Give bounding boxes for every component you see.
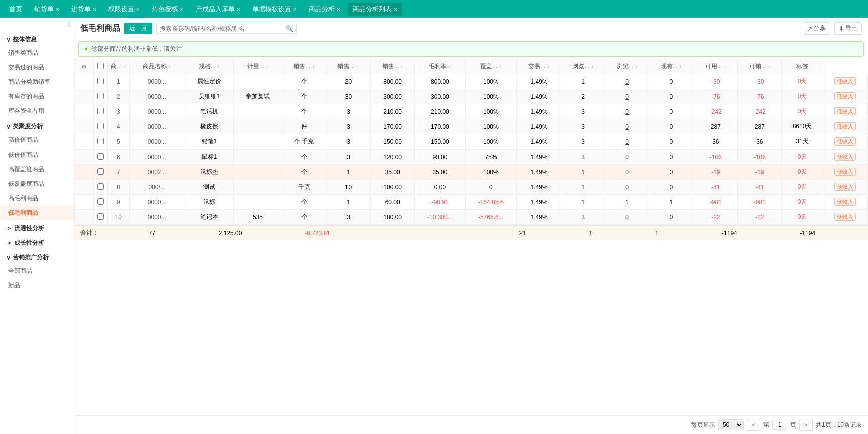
- row-checkbox-7[interactable]: [97, 183, 104, 190]
- col-spec[interactable]: 规格... ↕: [185, 59, 233, 74]
- col-sales-profit[interactable]: 销售... ↕: [371, 59, 415, 74]
- nav-close-role[interactable]: ✕: [180, 7, 184, 12]
- search-input[interactable]: [160, 25, 284, 32]
- sidebar-group-overall[interactable]: ∨ 整体信息: [0, 31, 74, 46]
- table-row[interactable]: 9 0000... 鼠标 个 1 60.00 -98.91 -164.85% 1…: [75, 195, 868, 210]
- table-row[interactable]: 8 000/... 测试 千克 10 100.00 0.00 0 1.49% 1…: [75, 180, 868, 195]
- sidebar-item-low-value[interactable]: 低价值商品: [0, 148, 74, 162]
- col-name[interactable]: 商品名称 ↕: [129, 59, 185, 74]
- nav-close-analysis[interactable]: ✕: [336, 7, 340, 12]
- sidebar-group-marketing[interactable]: ∨ 营销推广分析: [0, 249, 74, 264]
- nav-product-analysis[interactable]: 商品分析✕: [304, 3, 345, 16]
- row-checkbox-4[interactable]: [97, 138, 104, 144]
- row-checkbox-0[interactable]: [97, 78, 104, 84]
- nav-analysis-list[interactable]: 商品分析列表✕: [348, 3, 402, 16]
- nav-close-analysis-list[interactable]: ✕: [393, 7, 397, 12]
- nav-template-settings[interactable]: 单据模板设置✕: [247, 3, 302, 16]
- row-checkbox-6[interactable]: [97, 168, 104, 175]
- col-sales-price[interactable]: 销售... ↕: [326, 59, 371, 74]
- export-button[interactable]: ⬇ 导出: [834, 22, 862, 35]
- select-all-checkbox[interactable]: [97, 63, 104, 69]
- cell-view1[interactable]: 0: [605, 104, 649, 119]
- sidebar-item-traded-products[interactable]: 交易过的商品: [0, 60, 74, 75]
- col-unit[interactable]: 计量... ↕: [233, 59, 282, 74]
- table-row[interactable]: 3 0000... 电话机 个 3 210.00 210.00 100% 1.4…: [75, 104, 868, 119]
- cell-coverage: 1.49%: [517, 180, 561, 195]
- sidebar-collapse-btn[interactable]: 《: [64, 20, 71, 29]
- nav-close-template[interactable]: ✕: [293, 7, 297, 12]
- nav-permissions[interactable]: 权限设置✕: [103, 3, 145, 16]
- cell-view1[interactable]: 0: [605, 180, 649, 195]
- cell-view1[interactable]: 0: [605, 210, 649, 225]
- col-view1[interactable]: 浏览... ↕: [561, 59, 605, 74]
- search-icon[interactable]: 🔍: [286, 25, 293, 32]
- col-code[interactable]: 商... ↕: [108, 59, 129, 74]
- cell-num: 8: [108, 180, 129, 195]
- table-row[interactable]: 1 0000... 属性定价 个 20 800.00 800.00 100% 1…: [75, 74, 868, 89]
- nav-close-inbound[interactable]: ✕: [236, 7, 240, 12]
- col-sales-qty[interactable]: 销售... ↕: [282, 59, 326, 74]
- col-stock-available[interactable]: 可用... ↕: [693, 59, 738, 74]
- cell-view1[interactable]: 1: [605, 195, 649, 210]
- sidebar-item-in-stock[interactable]: 有库存的商品: [0, 89, 74, 104]
- sidebar-item-low-coverage[interactable]: 低覆盖度商品: [0, 177, 74, 191]
- sidebar-item-low-margin[interactable]: 低毛利商品: [0, 206, 74, 220]
- nav-product-inbound[interactable]: 产成品入库单✕: [191, 3, 245, 16]
- col-trade[interactable]: 交易... ↕: [517, 59, 561, 74]
- row-checkbox-8[interactable]: [97, 198, 104, 205]
- row-checkbox-1[interactable]: [97, 93, 104, 99]
- nav-close-permissions[interactable]: ✕: [136, 7, 140, 12]
- cell-view1[interactable]: 0: [605, 119, 649, 134]
- nav-role-auth[interactable]: 角色授权✕: [147, 3, 189, 16]
- col-stock-saleable[interactable]: 可销... ↕: [738, 59, 782, 74]
- table-row[interactable]: 4 0000... 橡皮擦 件 3 170.00 170.00 100% 1.4…: [75, 119, 868, 134]
- cell-view1[interactable]: 0: [605, 150, 649, 165]
- table-row[interactable]: 2 0000... 吴细细1 参加复试 个 30 300.00 300.00 1…: [75, 89, 868, 104]
- prev-page-button[interactable]: ＜: [747, 419, 760, 431]
- sidebar-item-sales-products[interactable]: 销售类商品: [0, 46, 74, 60]
- next-page-button[interactable]: ＞: [799, 419, 813, 431]
- sidebar-item-stock-capital[interactable]: 库存资金占用: [0, 104, 74, 118]
- cell-view1[interactable]: 0: [605, 134, 649, 150]
- col-coverage[interactable]: 覆盖... ↕: [465, 59, 516, 74]
- sidebar-group-cluster[interactable]: ∨ 类聚度分析: [0, 118, 74, 133]
- nav-close-purchase[interactable]: ✕: [92, 7, 96, 12]
- cell-coverage: 1.49%: [517, 104, 561, 119]
- cell-checkbox: [94, 74, 108, 89]
- per-page-label: 每页显示: [691, 421, 715, 429]
- nav-purchase-order[interactable]: 进货单✕: [66, 3, 101, 16]
- cell-view1[interactable]: 0: [605, 165, 649, 180]
- date-filter-button[interactable]: 近一月: [124, 23, 152, 34]
- cell-tag: 低收入: [823, 165, 867, 180]
- nav-close-sales-order[interactable]: ✕: [55, 7, 59, 12]
- row-checkbox-5[interactable]: [97, 153, 104, 160]
- sidebar-item-high-coverage[interactable]: 高覆盖度商品: [0, 162, 74, 177]
- table-row[interactable]: 7 0002... 鼠标垫 个 1 35.00 35.00 100% 1.49%…: [75, 165, 868, 180]
- row-checkbox-9[interactable]: [97, 213, 104, 220]
- row-checkbox-2[interactable]: [97, 108, 104, 114]
- sidebar-item-category-assist[interactable]: 商品分类助销率: [0, 75, 74, 89]
- table-row[interactable]: 5 0000... 铅笔1 个,千克 3 150.00 150.00 100% …: [75, 134, 868, 150]
- col-view2[interactable]: 浏览... ↕: [605, 59, 649, 74]
- table-row[interactable]: 10 0000... 笔记本 535 个 3 180.00 -10,380...…: [75, 210, 868, 225]
- table-row[interactable]: 6 0000... 鼠标1 个 3 120.00 90.00 75% 1.49%…: [75, 150, 868, 165]
- col-stock-current[interactable]: 现有... ↕: [649, 59, 693, 74]
- cell-view1[interactable]: 0: [605, 89, 649, 104]
- sidebar-item-high-margin[interactable]: 高毛利商品: [0, 191, 74, 206]
- nav-home[interactable]: 首页: [4, 3, 27, 16]
- cell-view2: 0: [649, 150, 693, 165]
- per-page-select[interactable]: 50 100 200: [718, 419, 744, 430]
- sidebar-group-growth[interactable]: ＞ 成长性分析: [0, 235, 74, 249]
- sidebar-group-circulation[interactable]: ＞ 流通性分析: [0, 220, 74, 235]
- col-gross-margin[interactable]: 毛利率 ↕: [415, 59, 465, 74]
- cell-trade: 1: [561, 180, 605, 195]
- sidebar-item-new-products[interactable]: 新品: [0, 278, 74, 293]
- page-number-input[interactable]: [772, 420, 787, 430]
- nav-sales-order[interactable]: 销货单✕: [29, 3, 64, 16]
- sidebar-item-high-value[interactable]: 高价值商品: [0, 133, 74, 148]
- cell-view1[interactable]: 0: [605, 74, 649, 89]
- share-button[interactable]: ↗ 分享: [803, 22, 830, 35]
- row-checkbox-3[interactable]: [97, 123, 104, 129]
- col-settings[interactable]: ⚙: [75, 59, 94, 74]
- sidebar-item-all-products[interactable]: 全部商品: [0, 264, 74, 278]
